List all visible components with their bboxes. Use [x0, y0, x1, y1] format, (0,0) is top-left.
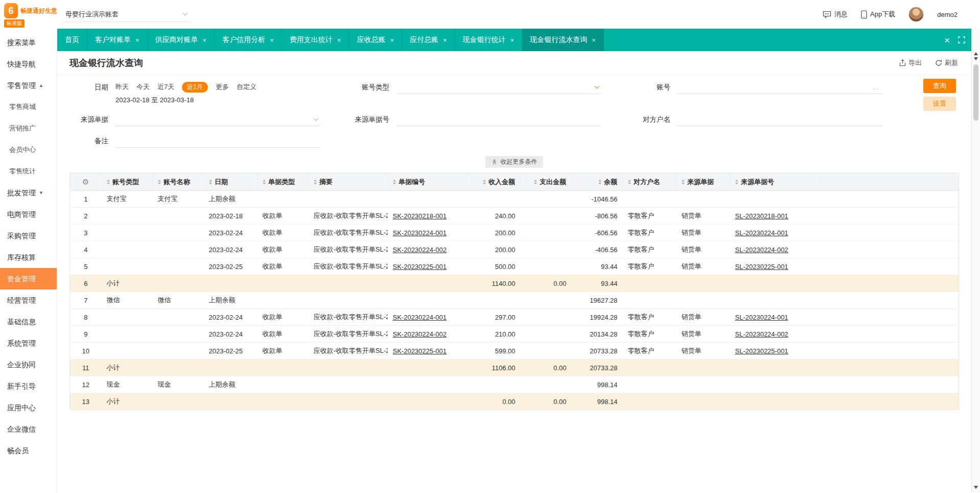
source-no-link[interactable]: SL-20230224-001 [735, 229, 788, 237]
tab-close-icon[interactable]: × [337, 37, 341, 43]
scroll-down-arrow-icon[interactable] [974, 486, 978, 489]
sidebar-item[interactable]: 资金管理 [0, 268, 57, 289]
remark-input[interactable] [115, 135, 320, 148]
username[interactable]: demo2 [937, 11, 958, 18]
doc-no-link[interactable]: SK-20230225-001 [393, 347, 447, 355]
table-row-subtotal[interactable]: 11小计1106.000.0020733.28 [70, 360, 959, 376]
tab-close-icon[interactable]: × [135, 37, 139, 43]
sidebar-item[interactable]: 基础信息 [0, 311, 57, 332]
sidebar-item[interactable]: 经营管理 [0, 289, 57, 311]
column-header-doc_no[interactable]: 单据编号 [388, 173, 467, 191]
doc-no-link[interactable]: SK-20230218-001 [393, 212, 447, 220]
sort-icon[interactable] [628, 180, 631, 185]
tab[interactable]: 费用支出统计 × [282, 29, 349, 51]
sort-icon[interactable] [682, 180, 685, 185]
sidebar-item[interactable]: 快捷导航 [0, 53, 57, 75]
cell-doc_no[interactable]: SK-20230218-001 [388, 208, 467, 225]
sort-icon[interactable] [393, 180, 396, 185]
doc-no-link[interactable]: SK-20230224-002 [393, 246, 447, 254]
column-header-source_doc[interactable]: 来源单据 [676, 173, 730, 191]
app-download-button[interactable]: App下载 [861, 10, 895, 19]
sort-icon[interactable] [598, 180, 601, 185]
column-header-income[interactable]: 收入金额 [467, 173, 521, 191]
date-quick-option[interactable]: 昨天 [115, 82, 129, 92]
sidebar-item[interactable]: 企业微信 [0, 418, 57, 440]
column-header-counterparty[interactable]: 对方户名 [623, 173, 676, 191]
tab-close-icon[interactable]: × [270, 37, 274, 43]
tab-close-icon[interactable]: × [510, 37, 515, 43]
tab[interactable]: 首页 × [57, 29, 87, 51]
table-row[interactable]: 52023-02-25收款单应收款-收取零售开单SL-2SK-20230225-… [70, 258, 959, 275]
sidebar-item[interactable]: 零售商城 [0, 96, 57, 118]
vertical-scrollbar[interactable] [971, 29, 980, 493]
table-row[interactable]: 22023-02-18收款单应收款-收取零售开单SL-2SK-20230218-… [70, 208, 959, 225]
sidebar-item[interactable]: 搜索菜单 [0, 32, 57, 53]
tab[interactable]: 现金银行流水查询 × [522, 29, 604, 51]
account-input[interactable]: ... [678, 81, 882, 94]
column-header-account_type[interactable]: 账号类型 [102, 173, 153, 191]
cell-doc_no[interactable]: SK-20230225-001 [388, 258, 467, 275]
sort-icon[interactable] [735, 180, 738, 185]
cell-doc_no[interactable]: SK-20230224-002 [388, 326, 467, 343]
sort-icon[interactable] [314, 180, 317, 185]
doc-no-link[interactable]: SK-20230224-001 [393, 229, 447, 237]
date-quick-option[interactable]: 更多 [216, 82, 229, 92]
cell-doc_no[interactable]: SK-20230224-002 [388, 241, 467, 258]
avatar[interactable] [908, 7, 924, 22]
table-row[interactable]: 92023-02-24收款单应收款-收取零售开单SL-2SK-20230224-… [70, 326, 959, 343]
sidebar-item[interactable]: 营销推广 [0, 118, 57, 139]
tab-close-icon[interactable]: × [443, 37, 447, 43]
table-row-subtotal[interactable]: 13小计0.000.00998.14 [70, 393, 959, 410]
sidebar-item[interactable]: 新手引导 [0, 375, 57, 397]
doc-no-link[interactable]: SK-20230225-001 [393, 263, 447, 271]
sidebar-item[interactable]: 零售统计 [0, 161, 57, 182]
table-row[interactable]: 32023-02-24收款单应收款-收取零售开单SL-2SK-20230224-… [70, 225, 959, 241]
sidebar-item[interactable]: 企业协同 [0, 354, 57, 375]
workspace-select[interactable]: 母婴行业演示账套 [62, 7, 190, 22]
source-no-link[interactable]: SL-20230224-002 [735, 330, 788, 338]
export-button[interactable]: 导出 [899, 58, 922, 68]
table-row[interactable]: 7微信微信上期余额19627.28 [70, 292, 959, 309]
column-header-date[interactable]: 日期 [204, 173, 258, 191]
table-row[interactable]: 102023-02-25收款单应收款-收取零售开单SL-2SK-20230225… [70, 343, 959, 360]
cell-doc_no[interactable]: SK-20230224-001 [388, 225, 467, 241]
date-quick-option[interactable]: 自定义 [237, 82, 256, 92]
sort-icon[interactable] [158, 180, 161, 185]
date-quick-option[interactable]: 近1月 [182, 82, 208, 93]
counterparty-input[interactable] [678, 113, 882, 126]
table-row[interactable]: 1支付宝支付宝上期余额-1046.56 [70, 191, 959, 208]
source-no-link[interactable]: SL-20230224-002 [735, 246, 788, 254]
query-button[interactable]: 查询 [923, 79, 956, 93]
sidebar-item[interactable]: 零售管理 ▲ [0, 75, 57, 96]
cell-source_no[interactable]: SL-20230225-001 [730, 258, 814, 275]
scroll-up-arrow-icon[interactable] [974, 52, 978, 55]
tab[interactable]: 现金银行统计 × [455, 29, 523, 51]
column-header-expense[interactable]: 支出金额 [521, 173, 572, 191]
sort-icon[interactable] [534, 180, 537, 185]
tab-close-icon[interactable]: × [203, 37, 207, 43]
column-header-balance[interactable]: 余额 [572, 173, 623, 191]
sidebar-item[interactable]: 电商管理 [0, 204, 57, 225]
cell-source_no[interactable]: SL-20230218-001 [730, 208, 814, 225]
scroll-down-arrow-small-icon[interactable] [974, 57, 978, 60]
source-no-link[interactable]: SL-20230218-001 [735, 212, 788, 220]
table-row[interactable]: 82023-02-24收款单应收款-收取零售开单SL-2SK-20230224-… [70, 309, 959, 326]
source-no-link[interactable]: SL-20230225-001 [735, 263, 788, 271]
date-quick-option[interactable]: 今天 [136, 82, 150, 92]
more-ellipsis-icon[interactable]: ... [873, 83, 880, 91]
column-settings-header[interactable]: ⚙ [70, 173, 102, 191]
fullscreen-icon[interactable] [958, 36, 965, 43]
cell-source_no[interactable]: SL-20230225-001 [730, 343, 814, 360]
cell-doc_no[interactable]: SK-20230225-001 [388, 343, 467, 360]
table-row[interactable]: 42023-02-24收款单应收款-收取零售开单SL-2SK-20230224-… [70, 241, 959, 258]
cell-source_no[interactable]: SL-20230224-002 [730, 326, 814, 343]
source-no-link[interactable]: SL-20230224-001 [735, 313, 788, 321]
sidebar-item[interactable]: 批发管理 ▼ [0, 182, 57, 204]
sort-icon[interactable] [107, 180, 110, 185]
sort-icon[interactable] [209, 180, 212, 185]
tab[interactable]: 客户对账单 × [87, 29, 148, 51]
column-settings-gear-icon[interactable]: ⚙ [82, 177, 89, 186]
column-header-account_name[interactable]: 账号名称 [153, 173, 204, 191]
doc-no-link[interactable]: SK-20230224-002 [393, 330, 447, 338]
source-no-input[interactable] [396, 113, 601, 126]
